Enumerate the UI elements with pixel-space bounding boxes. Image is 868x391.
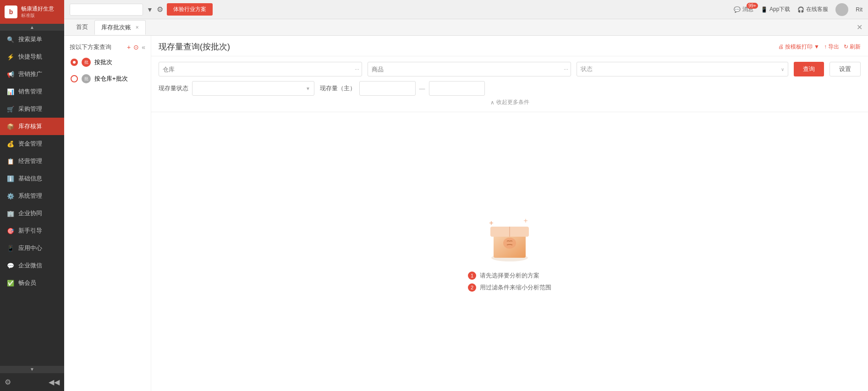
sidebar-item-search[interactable]: 🔍 搜索菜单 xyxy=(0,31,64,48)
hint-num-2: 2 xyxy=(468,283,476,292)
status-select[interactable]: 状态 ∨ xyxy=(577,62,788,76)
message-btn[interactable]: 💬 消息 99+ xyxy=(734,5,753,13)
empty-illustration xyxy=(482,212,537,262)
headphone-icon: 🎧 xyxy=(797,6,804,13)
sidebar-item-appstore[interactable]: 📱 应用中心 xyxy=(0,239,64,257)
goods-input[interactable] xyxy=(368,62,571,76)
sidebar-item-label: 资金管理 xyxy=(18,140,42,148)
query-btn[interactable]: 查询 xyxy=(794,62,824,76)
export-btn[interactable]: ↑ 导出 xyxy=(824,43,839,51)
message-badge: 99+ xyxy=(747,3,758,9)
topbar-gear-btn[interactable]: ⚙ xyxy=(157,5,163,14)
sidebar-item-basic[interactable]: ℹ️ 基础信息 xyxy=(0,170,64,187)
panel-collapse-btn[interactable]: « xyxy=(142,43,145,51)
hint-item-1: 1 请先选择要分析的方案 xyxy=(468,272,551,280)
sidebar-item-label: 系统管理 xyxy=(18,192,42,200)
hint-num-1: 1 xyxy=(468,272,476,280)
collapse-button[interactable]: ◀◀ xyxy=(49,378,60,386)
sidebar-item-system[interactable]: ⚙️ 系统管理 xyxy=(0,187,64,205)
column-settings-btn[interactable]: 设置 xyxy=(830,62,861,76)
sidebar-item-newbie[interactable]: 🎯 新手引导 xyxy=(0,222,64,239)
warehouse-input[interactable] xyxy=(159,62,362,76)
collapse-more-btn[interactable]: ∧ 收起更多条件 xyxy=(159,96,861,106)
sidebar-nav: 🔍 搜索菜单 ⚡ 快捷导航 📢 营销推广 📊 销售管理 🛒 采购管理 📦 库存核… xyxy=(0,31,64,366)
tab-close-btn[interactable]: × xyxy=(136,24,139,31)
stock-qty-max-input[interactable] xyxy=(429,81,485,96)
sidebar-item-marketing[interactable]: 📢 营销推广 xyxy=(0,65,64,83)
sidebar-item-label: 企业微信 xyxy=(18,261,42,270)
filter-row-2: 现存量状态 ▼ 现存量（主） — xyxy=(159,81,861,96)
app-download-btn[interactable]: 📱 App下载 xyxy=(761,5,790,13)
sidebar-item-label: 畅会员 xyxy=(18,279,36,287)
appstore-icon: 📱 xyxy=(6,244,15,252)
plan-label-batch: 按批次 xyxy=(94,58,112,66)
sidebar-item-purchase[interactable]: 🛒 采购管理 xyxy=(0,100,64,118)
filter-row-1: ··· ··· 状态 ∨ 查询 xyxy=(159,62,861,76)
panel-actions: + ⊙ « xyxy=(127,43,145,51)
sidebar-item-shortcut[interactable]: ⚡ 快捷导航 xyxy=(0,48,64,65)
hint-item-2: 2 用过滤条件来缩小分析范围 xyxy=(468,283,551,292)
plan-radio-batch xyxy=(71,59,78,66)
sidebar-item-member[interactable]: ✅ 畅会员 xyxy=(0,274,64,292)
settings-button[interactable]: ⚙ xyxy=(5,378,11,386)
sidebar-item-finance[interactable]: 💰 资金管理 xyxy=(0,135,64,152)
goods-more-icon[interactable]: ··· xyxy=(564,66,568,72)
sidebar-item-label: 采购管理 xyxy=(18,105,42,113)
sidebar-scroll-down[interactable]: ▼ xyxy=(0,366,64,373)
status-arrow-icon: ∨ xyxy=(781,67,784,72)
stock-status-arrow-icon: ▼ xyxy=(306,86,310,91)
sidebar-item-operations[interactable]: 📋 经营管理 xyxy=(0,152,64,170)
sidebar-item-enterprise[interactable]: 🏢 企业协同 xyxy=(0,205,64,222)
print-label: 按模板打印 xyxy=(785,43,813,51)
service-btn[interactable]: 🎧 在线客服 xyxy=(797,5,828,13)
sidebar-item-label: 营销推广 xyxy=(18,70,42,78)
sidebar: b 畅康通好生意 标准版 ▲ 🔍 搜索菜单 ⚡ 快捷导航 📢 营销推广 📊 销售… xyxy=(0,0,64,391)
sidebar-item-sales[interactable]: 📊 销售管理 xyxy=(0,83,64,100)
print-btn[interactable]: 🖨 按模板打印 ▼ xyxy=(778,43,819,51)
operations-icon: 📋 xyxy=(6,157,15,165)
warehouse-more-icon[interactable]: ··· xyxy=(355,66,359,72)
stock-qty-label: 现存量（主） xyxy=(320,84,356,92)
panel-header: 按以下方案查询 + ⊙ « xyxy=(64,40,151,54)
sidebar-item-label: 库存核算 xyxy=(18,122,42,130)
plan-item-batch[interactable]: 批 按批次 xyxy=(64,54,151,71)
filter-area: ··· ··· 状态 ∨ 查询 xyxy=(151,56,868,112)
empty-state: 1 请先选择要分析的方案 2 用过滤条件来缩小分析范围 xyxy=(151,112,868,391)
sidebar-item-wechat[interactable]: 💬 企业微信 xyxy=(0,257,64,274)
sidebar-item-label: 应用中心 xyxy=(18,244,42,252)
topbar-search-input[interactable] xyxy=(70,4,143,16)
sidebar-scroll-up[interactable]: ▲ xyxy=(0,24,64,31)
tab-area-close-btn[interactable]: ✕ xyxy=(857,23,863,32)
stock-status-select[interactable]: ▼ xyxy=(192,81,314,96)
plan-icon-batch: 批 xyxy=(82,58,91,67)
username: Rit xyxy=(856,6,863,13)
panel-title: 按以下方案查询 xyxy=(70,43,111,51)
goods-filter: ··· xyxy=(368,62,571,76)
finance-icon: 💰 xyxy=(6,140,15,148)
warehouse-input-wrap: ··· xyxy=(159,62,362,76)
sidebar-item-label: 快捷导航 xyxy=(18,53,42,61)
stock-qty-min-input[interactable] xyxy=(359,81,416,96)
plan-item-warehouse-batch[interactable]: 批 按仓库+批次 xyxy=(64,71,151,87)
sidebar-header: b 畅康通好生意 标准版 xyxy=(0,0,64,24)
topbar-dropdown-btn[interactable]: ▼ xyxy=(147,6,153,13)
inventory-icon: 📦 xyxy=(6,122,15,130)
tab-label: 库存批次账 xyxy=(101,24,131,31)
newbie-icon: 🎯 xyxy=(6,227,15,235)
app-download-label: App下载 xyxy=(769,5,790,13)
sidebar-item-label: 新手引导 xyxy=(18,227,42,235)
export-label: 导出 xyxy=(828,43,839,51)
plan-label-warehouse: 按仓库+批次 xyxy=(94,75,128,83)
refresh-btn[interactable]: ↻ 刷新 xyxy=(844,43,861,51)
tab-bar: 首页 库存批次账 × ✕ xyxy=(64,19,868,36)
app-name: 畅康通好生意 xyxy=(21,5,54,13)
tab-home[interactable]: 首页 xyxy=(70,20,94,35)
add-plan-btn[interactable]: + xyxy=(127,43,131,51)
industry-btn[interactable]: 体验行业方案 xyxy=(167,3,213,16)
tab-inventory-batch[interactable]: 库存批次账 × xyxy=(94,20,146,35)
topbar-right: 💬 消息 99+ 📱 App下载 🎧 在线客服 Rit xyxy=(734,3,863,16)
avatar[interactable] xyxy=(835,3,848,16)
plan-settings-btn[interactable]: ⊙ xyxy=(133,43,139,51)
basic-icon: ℹ️ xyxy=(6,174,15,183)
sidebar-item-inventory[interactable]: 📦 库存核算 xyxy=(0,118,64,135)
